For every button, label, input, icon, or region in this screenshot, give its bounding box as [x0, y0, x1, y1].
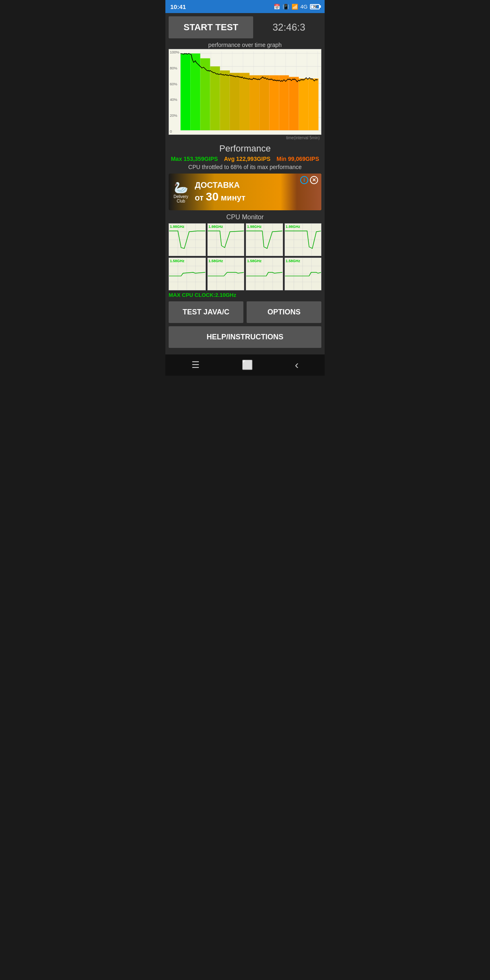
nav-menu-icon[interactable]: ☰: [192, 360, 200, 370]
cpu-core-7: 1.58GHz: [246, 258, 283, 290]
ad-text-container: ДОСТАВКА от 30 минут: [195, 180, 245, 204]
cpu-core-8-label: 1.58GHz: [286, 259, 301, 263]
cpu-core-6: 1.58GHz: [207, 258, 245, 290]
svg-rect-19: [180, 53, 190, 130]
svg-rect-28: [269, 75, 279, 130]
nav-home-icon[interactable]: ⬜: [242, 360, 253, 370]
cpu-core-2: 1.98GHz: [207, 223, 245, 256]
ad-minutes: 30: [206, 190, 218, 203]
main-content: START TEST 32:46:3 performance over time…: [165, 13, 325, 354]
svg-rect-26: [249, 75, 259, 130]
options-button[interactable]: OPTIONS: [247, 301, 321, 323]
wifi-icon: 📶: [292, 4, 298, 10]
top-row: START TEST 32:46:3: [169, 16, 321, 38]
cpu-core-5-label: 1.58GHz: [170, 259, 185, 263]
svg-rect-22: [210, 67, 220, 130]
cpu-core-1: 1.98GHz: [169, 223, 206, 256]
test-java-c-button[interactable]: TEST JAVA/C: [169, 301, 243, 323]
cpu-core-7-label: 1.58GHz: [247, 259, 262, 263]
signal-icon: 4G: [301, 4, 307, 10]
performance-graph-svg: [169, 49, 321, 134]
status-bar: 10:41 📅 📳 📶 4G 70: [165, 0, 325, 13]
nav-back-icon[interactable]: ‹: [295, 359, 298, 372]
svg-rect-29: [279, 75, 289, 130]
cpu-top-cores: 1.98GHz 1.98GHz: [169, 223, 321, 256]
svg-rect-24: [230, 73, 240, 130]
calendar-icon: 📅: [274, 4, 280, 10]
svg-rect-31: [299, 78, 309, 130]
status-time: 10:41: [170, 3, 186, 10]
ad-controls: i ✕: [300, 176, 318, 184]
svg-rect-23: [220, 71, 230, 131]
cpu-core-5: 1.58GHz: [169, 258, 206, 290]
y-label-80: 80%: [170, 66, 179, 70]
y-label-60: 60%: [170, 82, 179, 86]
ad-logo: 🦢 DeliveryClub: [172, 181, 190, 203]
perf-max: Max 153,359GIPS: [171, 156, 218, 162]
y-label-0: 0: [170, 129, 179, 134]
graph-container: 100% 80% 60% 40% 20% 0: [169, 49, 321, 135]
graph-section: performance over time graph 100% 80% 60%…: [169, 42, 321, 140]
ad-banner: 🦢 DeliveryClub ДОСТАВКА от 30 минут i ✕: [169, 174, 321, 210]
perf-avg: Avg 122,993GIPS: [224, 156, 271, 162]
cpu-monitor-title: CPU Monitor: [169, 214, 321, 221]
cpu-core-3: 1.98GHz: [246, 223, 283, 256]
ad-logo-bird-icon: 🦢: [172, 181, 190, 194]
cpu-bottom-cores: 1.58GHz 1.58GHz: [169, 258, 321, 290]
start-test-button[interactable]: START TEST: [169, 16, 253, 38]
nav-bar: ☰ ⬜ ‹: [165, 354, 325, 376]
help-instructions-button[interactable]: HELP/INSTRUCTIONS: [169, 326, 321, 348]
bottom-buttons: TEST JAVA/C OPTIONS: [169, 301, 321, 323]
ad-close-button[interactable]: ✕: [310, 176, 318, 184]
svg-rect-25: [240, 73, 249, 130]
performance-title: Performance: [169, 143, 321, 154]
ad-headline: ДОСТАВКА: [195, 180, 245, 190]
max-cpu-clock: MAX CPU CLOCK:2.10GHz: [169, 292, 321, 298]
throttle-text: CPU throttled to 68% of its max performa…: [169, 164, 321, 170]
cpu-core-3-label: 1.98GHz: [247, 225, 262, 229]
perf-min: Min 99,069GIPS: [276, 156, 319, 162]
cpu-core-1-label: 1.98GHz: [170, 225, 185, 229]
y-label-40: 40%: [170, 98, 179, 102]
battery-icon: 70: [310, 4, 320, 9]
cpu-core-4-label: 1.98GHz: [286, 225, 301, 229]
y-label-100: 100%: [170, 50, 179, 54]
cpu-core-2-label: 1.98GHz: [209, 225, 223, 229]
timer-display: 32:46:3: [256, 22, 321, 33]
graph-x-label: time(interval 5min): [169, 136, 321, 140]
svg-rect-27: [259, 75, 269, 130]
cpu-core-4: 1.98GHz: [285, 223, 322, 256]
cpu-core-8: 1.58GHz: [285, 258, 322, 290]
performance-stats: Max 153,359GIPS Avg 122,993GIPS Min 99,0…: [169, 156, 321, 162]
ad-subtext: от 30 минут: [195, 190, 245, 204]
vibrate-icon: 📳: [283, 4, 289, 10]
graph-title: performance over time graph: [169, 42, 321, 48]
battery-text: 70: [313, 5, 317, 9]
cpu-core-6-label: 1.58GHz: [209, 259, 223, 263]
ad-info-button[interactable]: i: [300, 176, 308, 184]
svg-rect-30: [289, 77, 299, 130]
graph-y-labels: 100% 80% 60% 40% 20% 0: [169, 49, 180, 134]
y-label-20: 20%: [170, 114, 179, 118]
status-icons: 📅 📳 📶 4G 70: [274, 4, 320, 10]
svg-rect-32: [309, 78, 318, 130]
